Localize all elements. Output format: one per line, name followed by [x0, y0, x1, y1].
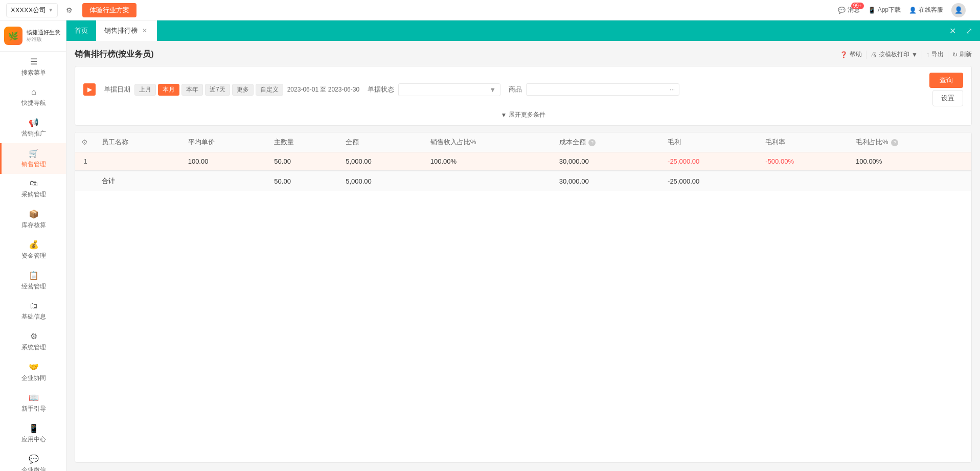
system-icon: ⚙: [30, 331, 37, 341]
query-button[interactable]: 查询: [929, 73, 963, 88]
sidebar-item-search-order[interactable]: ☰ 搜索菜单: [0, 52, 66, 82]
th-cost: 成本全额 ?: [553, 132, 662, 152]
message-badge: 99+: [851, 3, 864, 9]
finance-icon: 💰: [29, 240, 39, 250]
expand-label: 展开更多条件: [509, 110, 545, 119]
sidebar-item-guide[interactable]: 📖 新手引导: [0, 388, 66, 418]
refresh-button[interactable]: ↻ 刷新: [952, 50, 972, 59]
settings-icon[interactable]: ⚙: [62, 3, 76, 17]
page-title: 销售排行榜(按业务员): [75, 49, 154, 60]
tab-home-label: 首页: [75, 26, 88, 35]
tab-expand-icon[interactable]: ⤢: [962, 24, 976, 38]
export-button[interactable]: ↑ 导出: [926, 50, 944, 59]
sidebar-item-wechat[interactable]: 💬 企业微信: [0, 449, 66, 471]
footer-qty: 50.00: [268, 171, 339, 191]
tab-sales-rank-label: 销售排行榜: [104, 26, 138, 35]
app-label: App下载: [878, 6, 901, 14]
date-btn-last-month[interactable]: 上月: [134, 84, 156, 96]
export-label: 导出: [931, 50, 944, 59]
avatar[interactable]: 👤: [951, 3, 966, 17]
sidebar-label-app-center: 应用中心: [21, 435, 46, 444]
date-btn-this-month[interactable]: 本月: [158, 84, 179, 96]
base-info-icon: 🗂: [30, 301, 38, 310]
date-btn-more[interactable]: 更多: [232, 84, 254, 96]
sidebar-label-operation: 经营管理: [21, 282, 46, 291]
tab-close-all-icon[interactable]: ✕: [945, 24, 960, 38]
tab-home[interactable]: 首页: [66, 20, 96, 41]
help-button[interactable]: ❓ 帮助: [840, 50, 862, 59]
divider-2: [922, 51, 922, 59]
filter-settings-button[interactable]: 设置: [932, 90, 963, 106]
sidebar-item-quick-nav[interactable]: ⌂ 快捷导航: [0, 82, 66, 113]
online-service-button[interactable]: 👤 在线客服: [909, 6, 943, 14]
goods-filter: 商品 ···: [509, 83, 679, 96]
tab-close-icon[interactable]: ✕: [141, 27, 149, 35]
sidebar-item-base-info[interactable]: 🗂 基础信息: [0, 296, 66, 326]
sidebar-label-marketing: 营销推广: [21, 129, 46, 138]
th-gross-pct: 毛利占比% ?: [850, 132, 971, 152]
filter-actions: 查询 设置: [929, 73, 963, 106]
tab-bar-actions: ✕ ⤢: [941, 20, 980, 41]
footer-gross-pct: [850, 171, 971, 191]
goods-more-icon[interactable]: ···: [670, 86, 675, 93]
goods-label: 商品: [509, 85, 522, 94]
cell-avg-price: 100.00: [182, 152, 268, 171]
sidebar-item-sales[interactable]: 🛒 销售管理: [0, 143, 66, 174]
date-btn-this-year[interactable]: 本年: [181, 84, 203, 96]
data-table: ⚙ 员工名称 平均单价 主数量 全额 销售收入占比% 成本全额 ? 毛利: [75, 132, 971, 191]
sidebar-item-finance[interactable]: 💰 资金管理: [0, 235, 66, 265]
company-chevron: ▼: [48, 7, 53, 13]
operation-icon: 📋: [29, 271, 39, 280]
quick-nav-icon: ⌂: [31, 87, 36, 97]
company-selector[interactable]: XXXXX公司 ▼: [6, 3, 58, 17]
wechat-icon: 💬: [29, 454, 39, 464]
message-button[interactable]: 💬 消息 99+: [838, 6, 860, 14]
page-actions: ❓ 帮助 🖨 按模板打印 ▼ ↑ 导出: [840, 50, 972, 59]
date-btn-7days[interactable]: 近7天: [205, 84, 230, 96]
sidebar-item-inventory[interactable]: 📦 库存核算: [0, 204, 66, 235]
app-download-button[interactable]: 📱 App下载: [868, 6, 901, 14]
cost-info-icon[interactable]: ?: [588, 139, 596, 146]
sidebar-item-system[interactable]: ⚙ 系统管理: [0, 326, 66, 357]
footer-sales-pct: [424, 171, 553, 191]
expand-button[interactable]: ▼ 展开更多条件: [501, 110, 546, 119]
sidebar-label-system: 系统管理: [21, 343, 46, 352]
template-print-label: 按模板打印: [879, 50, 909, 59]
cell-gross-rate: -500.00%: [759, 152, 850, 171]
template-print-button[interactable]: 🖨 按模板打印 ▼: [871, 50, 918, 59]
trial-button[interactable]: 体验行业方案: [82, 3, 136, 17]
expand-row: ▼ 展开更多条件: [83, 110, 963, 119]
print-icon: 🖨: [871, 51, 877, 58]
sidebar-item-purchase[interactable]: 🛍 采购管理: [0, 174, 66, 204]
status-chevron-icon: ▼: [489, 86, 496, 94]
tab-sales-rank[interactable]: 销售排行榜 ✕: [96, 20, 157, 41]
sidebar-logo: 🌿 畅捷通好生意 标准版: [0, 20, 66, 52]
service-icon: 👤: [909, 7, 917, 14]
sidebar-label-quick-nav: 快捷导航: [21, 99, 46, 107]
date-filter: 单据日期 上月 本月 本年 近7天 更多 自定义 2023-06-01 至 20…: [104, 84, 359, 96]
table-settings-icon[interactable]: ⚙: [81, 138, 88, 146]
filter-toggle-icon: ▶: [87, 86, 92, 93]
sidebar-item-marketing[interactable]: 📢 营销推广: [0, 113, 66, 143]
date-range: 2023-06-01 至 2023-06-30: [287, 85, 359, 94]
gross-pct-info-icon[interactable]: ?: [891, 139, 898, 146]
filter-toggle-button[interactable]: ▶: [83, 83, 96, 96]
sidebar-item-app-center[interactable]: 📱 应用中心: [0, 418, 66, 449]
th-gross-rate: 毛利率: [759, 132, 850, 152]
date-btn-custom[interactable]: 自定义: [256, 84, 283, 96]
company-name: XXXXX公司: [11, 6, 46, 15]
sales-icon: 🛒: [29, 148, 39, 158]
top-bar: XXXXX公司 ▼ ⚙ 体验行业方案 💬 消息 99+ 📱 App下载 👤 在线…: [0, 0, 980, 20]
sidebar-label-finance: 资金管理: [21, 252, 46, 260]
status-select[interactable]: ▼: [398, 83, 500, 96]
sidebar-item-operation[interactable]: 📋 经营管理: [0, 265, 66, 296]
service-label: 在线客服: [919, 6, 943, 14]
top-bar-right: 💬 消息 99+ 📱 App下载 👤 在线客服 👤: [838, 3, 974, 17]
date-buttons: 上月 本月 本年 近7天 更多 自定义: [134, 84, 283, 96]
table-section: ⚙ 员工名称 平均单价 主数量 全额 销售收入占比% 成本全额 ? 毛利: [75, 132, 972, 463]
date-label: 单据日期: [104, 85, 130, 94]
goods-input[interactable]: ···: [526, 83, 679, 96]
sidebar-item-cooperation[interactable]: 🤝 企业协同: [0, 357, 66, 388]
page-header: 销售排行榜(按业务员) ❓ 帮助 🖨 按模板打印 ▼ ↑: [75, 49, 972, 60]
divider-3: [948, 51, 948, 59]
